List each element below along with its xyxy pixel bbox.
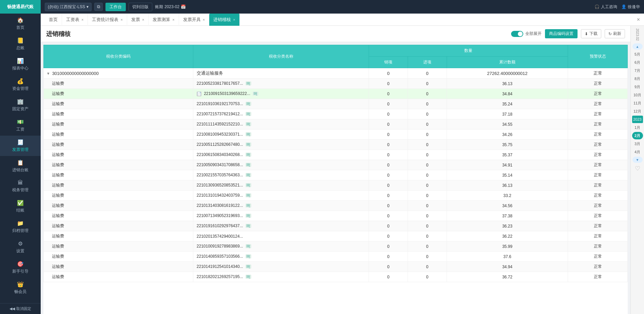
table-cell-status: 正常 <box>568 68 628 79</box>
table-cell-status: 正常 <box>568 150 628 160</box>
table-cell-child-code: 2210141912541014340... 吨 <box>193 262 369 272</box>
sidebar-item-close[interactable]: ✅ 结账 <box>0 196 41 217</box>
settings-button[interactable]: 商品编码设置 <box>545 29 578 38</box>
table-cell-child-code: 2210071349052319693... 吨 <box>193 211 369 221</box>
ledger2-icon: 📋 <box>17 159 24 166</box>
expand-toggle[interactable]: 全部展开 <box>511 31 542 37</box>
cal-month-11[interactable]: 11月 <box>632 99 643 107</box>
cal-month-5[interactable]: 5月 <box>632 51 643 58</box>
table-cell-total: 34.26 <box>447 130 568 140</box>
sidebar-item-archive[interactable]: 📁 归档管理 <box>0 217 41 237</box>
table-cell-sales: 0 <box>369 180 408 191</box>
sidebar-unpin-footer[interactable]: ◀◀ 取消固定 <box>0 303 41 314</box>
tab-close-icon[interactable]: × <box>142 18 144 22</box>
refresh-button[interactable]: ↻ 刷新 <box>605 29 625 38</box>
reports-icon: 📊 <box>17 58 24 64</box>
table-cell-child-code: 2210061508340340268... 吨 <box>193 150 369 160</box>
cal-month-7[interactable]: 7月 <box>632 67 643 74</box>
table-cell-code: ▾ 3010000000000000000 <box>44 68 193 79</box>
table-cell-purchase: 0 <box>408 272 447 282</box>
collapse-icon[interactable]: ▾ <box>47 71 50 76</box>
sidebar-item-settings[interactable]: ⚙ 设置 <box>0 237 41 257</box>
company-name: (勿动) 江西报宝-LSS <box>48 4 85 10</box>
tab-invoice[interactable]: 发票 × <box>127 14 149 26</box>
cal-down-button[interactable]: ▼ <box>632 157 643 163</box>
sidebar-item-assets[interactable]: 🏢 固定资产 <box>0 95 41 115</box>
tab-sales-check[interactable]: 进销稽核 × <box>209 14 239 26</box>
tab-close-icon[interactable]: × <box>120 18 122 22</box>
sidebar-item-label: 进销台账 <box>12 167 28 173</box>
cal-month-1[interactable]: 1月 <box>632 124 643 131</box>
cal-month-2[interactable]: 2月 <box>632 132 643 139</box>
cal-month-8[interactable]: 8月 <box>632 75 643 82</box>
cal-heart-icon[interactable]: ♡ <box>635 165 640 172</box>
sidebar-item-reports[interactable]: 📊 报表中心 <box>0 54 41 75</box>
sidebar-item-ledger[interactable]: 📒 总账 <box>0 34 41 54</box>
tab-close-icon[interactable]: × <box>233 18 235 22</box>
table-cell-sales: 0 <box>369 150 408 160</box>
tab-home[interactable]: 首页 <box>45 14 62 26</box>
download-icon: ⬇ <box>585 32 588 36</box>
table-cell-child-name: 运输费 <box>44 211 193 221</box>
tab-close-icon[interactable]: × <box>81 18 83 22</box>
tab-invoice-issue[interactable]: 发票开具 × <box>179 14 209 26</box>
cal-up-button[interactable]: ▲ <box>632 43 643 50</box>
table-cell-sales: 0 <box>369 109 408 119</box>
table-cell-total: 34.55 <box>447 119 568 130</box>
cal-month-4[interactable]: 4月 <box>632 148 643 156</box>
table-cell-child-code: 2210100919278983869... 吨 <box>193 241 369 252</box>
sidebar-item-tax[interactable]: 🏛 税务管理 <box>0 176 41 196</box>
company-selector[interactable]: (勿动) 江西报宝-LSS ▾ <box>45 3 92 11</box>
cal-month-9[interactable]: 9月 <box>632 83 643 91</box>
download-button[interactable]: ⬇ 下载 <box>581 29 601 38</box>
table-cell-child-name: 运输费 <box>44 150 193 160</box>
sidebar-item-ledger2[interactable]: 📋 进销台账 <box>0 156 41 176</box>
table-cell-sales: 0 <box>369 191 408 201</box>
table-cell-child-name: 运输费 <box>44 252 193 262</box>
table-cell-purchase: 0 <box>408 140 447 150</box>
tab-close-icon[interactable]: × <box>203 18 205 22</box>
cal-month-10[interactable]: 10月 <box>632 91 643 99</box>
user-item[interactable]: 👤 徐逢华 <box>621 4 640 10</box>
tab-close-icon[interactable]: × <box>172 18 174 22</box>
cal-month-3[interactable]: 3月 <box>632 140 643 148</box>
cal-month-12[interactable]: 12月 <box>632 107 643 115</box>
workbench-button[interactable]: 工作台 <box>105 3 126 11</box>
sidebar-item-member[interactable]: 👑 畅会员 <box>0 278 41 298</box>
table-cell-total: 36.23 <box>447 221 568 231</box>
cal-month-6[interactable]: 6月 <box>632 59 643 66</box>
table-cell-total: 34.84 <box>447 89 568 99</box>
close-all-tabs-button[interactable]: × <box>637 17 640 23</box>
table-cell-status: 正常 <box>568 109 628 119</box>
page-header-actions: 全部展开 商品编码设置 ⬇ 下载 ↻ 刷新 <box>511 29 625 38</box>
tab-salary[interactable]: 工资表 × <box>62 14 88 26</box>
cal-year-2023[interactable]: 2023 <box>632 116 643 123</box>
sidebar-item-home[interactable]: 🏠 首页 <box>0 14 41 34</box>
table-cell-status: 正常 <box>568 180 628 191</box>
sidebar-item-label: 设置 <box>16 248 24 254</box>
close-account-icon: ✅ <box>17 200 24 206</box>
switch-old-button[interactable]: 切到旧版 <box>129 3 152 11</box>
sidebar-item-label: 新手引导 <box>12 269 28 274</box>
sidebar-item-guide[interactable]: 🎯 新手引导 <box>0 257 41 278</box>
table-cell-sales: 0 <box>369 99 408 109</box>
tab-invoice-calc[interactable]: 发票测算 × <box>149 14 179 26</box>
sidebar-item-label: 资金管理 <box>12 86 28 92</box>
table-cell-total: 33.2 <box>447 191 568 201</box>
tab-salary-report[interactable]: 工资统计报表 × <box>88 14 127 26</box>
table-cell-child-name: 运输费 <box>44 262 193 272</box>
sidebar-item-invoice[interactable]: 🧾 发票管理 <box>0 136 41 156</box>
table-cell-child-code: 2210081009453230371... 吨 <box>193 130 369 140</box>
sidebar: 畅捷通易代账 🏠 首页 📒 总账 📊 报表中心 💰 资金管理 🏢 固定资产 💵 … <box>0 0 41 314</box>
table-cell-status: 正常 <box>568 99 628 109</box>
support-item[interactable]: 🎧 人工咨询 <box>594 4 617 10</box>
chevron-down-icon: ▾ <box>86 4 89 9</box>
finance-icon: 💰 <box>17 78 24 84</box>
sidebar-item-label: 结账 <box>16 208 24 213</box>
toggle-track[interactable] <box>511 31 523 37</box>
sidebar-item-finance[interactable]: 💰 资金管理 <box>0 75 41 95</box>
copy-icon-btn[interactable]: ⧉ <box>94 3 103 11</box>
sidebar-item-salary[interactable]: 💵 工资 <box>0 115 41 136</box>
table-cell-status: 正常 <box>568 241 628 252</box>
table-cell-sales: 0 <box>369 252 408 262</box>
